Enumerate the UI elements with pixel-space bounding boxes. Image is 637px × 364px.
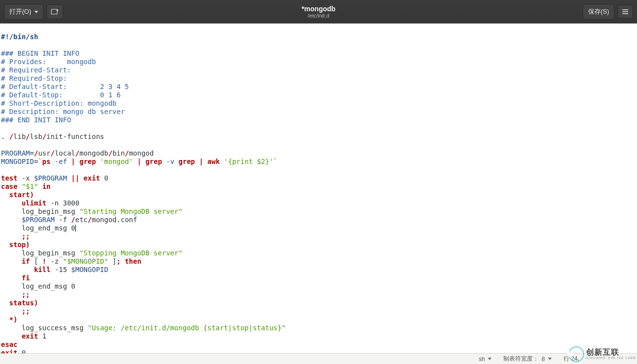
code-text: ] — [108, 257, 117, 265]
code-kw: in — [42, 182, 50, 190]
code-comment: # Short-Description: mongodb — [1, 99, 117, 107]
code-string: "$1" — [22, 182, 38, 190]
code-pipe: | — [137, 158, 141, 165]
code-text: bin — [113, 149, 125, 157]
code-text: -f — [55, 216, 71, 224]
code-text: lsb — [30, 133, 42, 140]
code-slash: / — [75, 149, 79, 157]
code-text: -z — [47, 257, 63, 265]
code-var: PROGRAM — [1, 149, 30, 157]
code-comment: # Required-Stop: — [1, 74, 67, 82]
code-flag: -ef — [50, 158, 71, 165]
language-label: sh — [479, 356, 485, 363]
chevron-down-icon — [488, 358, 492, 360]
code-dsemi: ;; — [22, 307, 30, 315]
code-text: log_end_msg 0 — [1, 224, 75, 232]
code-case-label: *) — [9, 316, 18, 323]
open-button[interactable]: 打开(O) — [4, 4, 44, 20]
code-cmd: exit — [84, 174, 100, 182]
code-cmd: test — [1, 174, 18, 182]
code-kw: case — [1, 182, 18, 190]
status-bar: sh 制表符宽度： 8 行 24, — [0, 353, 637, 364]
code-text: [ — [30, 257, 42, 265]
code-cmd: grep — [145, 158, 162, 165]
code-string: 'mongod' — [100, 158, 133, 165]
code-case-label: status) — [9, 299, 38, 307]
code-string: "$MONGOPID" — [63, 257, 108, 265]
code-comment: # Default-Start: 2 3 4 5 — [1, 83, 129, 91]
code-op: || — [71, 174, 79, 182]
code-text: etc — [75, 216, 88, 224]
tab-width-value: 8 — [542, 356, 545, 363]
code-text: local — [55, 149, 75, 157]
code-bang: ! — [42, 257, 46, 265]
watermark: 创新互联 CHUANG XIN HU LIAN — [568, 346, 636, 362]
code-comment: ### END INIT INFO — [1, 116, 71, 124]
code-text: log_end_msg 0 — [1, 282, 75, 290]
watermark-subtitle: CHUANG XIN HU LIAN — [586, 356, 636, 360]
code-text: -n 3000 — [47, 199, 79, 207]
tab-width-label: 制表符宽度： — [503, 355, 539, 363]
window-subtitle: /etc/init.d — [0, 13, 637, 19]
code-pipe: | — [199, 158, 203, 165]
save-button[interactable]: 保存(S) — [583, 4, 614, 20]
code-backtick: ` — [273, 158, 277, 165]
code-case-label: stop) — [9, 241, 30, 249]
code-cmd: ps — [42, 158, 50, 165]
code-var: $PROGRAM — [34, 174, 67, 182]
code-text: log_success_msg — [1, 324, 88, 332]
editor-content[interactable]: #!/bin/sh ### BEGIN INIT INFO # Provides… — [0, 23, 637, 358]
code-string: "Starting MongoDB server" — [79, 207, 183, 215]
code-cmd: exit — [22, 332, 38, 340]
code-text: lib — [13, 133, 25, 140]
code-kw: if — [22, 257, 30, 265]
code-text: -x — [18, 174, 34, 182]
code-num: 0 — [100, 174, 108, 182]
code-comment: # Provides: mongodb — [1, 58, 96, 66]
window-title: *mongodb — [0, 5, 637, 13]
code-cmd: ulimit — [22, 199, 47, 207]
save-label: 保存(S) — [588, 7, 609, 16]
code-pipe: | — [71, 158, 75, 165]
code-slash: / — [34, 149, 38, 157]
code-text: mongod — [129, 149, 154, 157]
watermark-logo-icon — [568, 346, 584, 362]
code-cmd: kill — [34, 266, 50, 273]
code-kw: esac — [1, 341, 18, 348]
code-comment: ### BEGIN INIT INFO — [1, 49, 79, 57]
code-text: log_begin_msg — [1, 249, 79, 257]
code-slash: / — [42, 133, 46, 140]
language-selector[interactable]: sh — [479, 356, 492, 363]
hamburger-icon — [622, 8, 629, 15]
code-dsemi: ;; — [22, 232, 30, 240]
code-text: log_begin_msg — [1, 207, 79, 215]
code-text: usr — [38, 149, 50, 157]
hamburger-menu-button[interactable] — [617, 5, 633, 19]
code-text: init-functions — [47, 133, 104, 140]
code-text: . — [1, 133, 9, 140]
code-slash: / — [108, 149, 112, 157]
code-cmd: grep — [79, 158, 96, 165]
code-dsemi: ;; — [22, 291, 30, 298]
code-shebang: #!/bin/sh — [1, 33, 38, 41]
watermark-title: 创新互联 — [586, 348, 636, 356]
code-slash: / — [71, 216, 75, 224]
code-flag: -v — [162, 158, 179, 165]
code-kw: fi — [22, 274, 30, 282]
code-cmd: awk — [208, 158, 220, 165]
code-comment: # Required-Start: — [1, 66, 71, 74]
code-string: "Stopping MongoDB server" — [79, 249, 183, 257]
new-tab-button[interactable] — [47, 4, 63, 19]
code-cmd: grep — [179, 158, 195, 165]
code-text: mongod.conf — [92, 216, 137, 224]
code-comment: # Description: mongo db server — [1, 108, 125, 115]
code-kw: then — [120, 257, 141, 265]
header-bar: 打开(O) *mongodb /etc/init.d 保存(S) — [0, 0, 637, 23]
code-string: '{print $2}' — [224, 158, 273, 165]
code-slash: / — [26, 133, 30, 140]
tab-width-selector[interactable]: 制表符宽度： 8 — [503, 355, 552, 363]
text-cursor — [75, 225, 76, 232]
code-num: 1 — [38, 332, 47, 340]
code-slash: / — [50, 149, 54, 157]
chevron-down-icon — [34, 11, 38, 13]
